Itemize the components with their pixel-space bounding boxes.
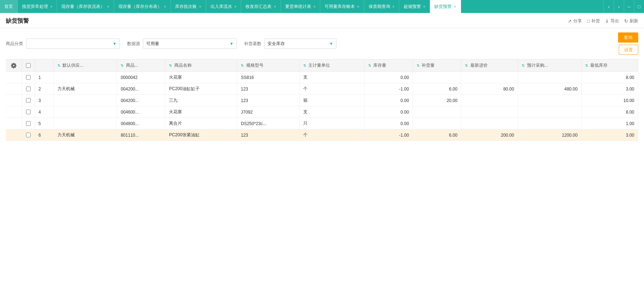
tab-inout-flow[interactable]: 出入库流水 × [206,0,241,13]
name-sort-icon[interactable]: ⇅ [169,63,172,67]
row-replenish-cell: 6.00 [413,129,461,141]
export-button[interactable]: ⇓ 导出 [605,18,619,24]
category-chevron-icon: ▼ [113,41,117,46]
row-est-purchase-cell [518,118,582,129]
tab-overstock-close[interactable]: × [423,4,425,9]
filter-actions: 查询 设置 [618,32,638,55]
row-min-stock-cell: 3.00 [581,129,638,141]
tab-expiry[interactable]: 保质期查询 × [364,0,399,13]
tab-summary-label: 收发存汇总表 [245,4,271,10]
row-replenish-cell [413,106,461,118]
tab-order-stats[interactable]: 要货单统计表 × [281,0,320,13]
category-select[interactable]: ▼ [26,39,120,49]
category-label: 商品分类 [6,41,23,47]
tab-maximize-button[interactable]: □ [634,0,644,13]
price-sort-icon[interactable]: ⇅ [465,63,468,67]
tab-next-button[interactable]: › [614,0,624,13]
replenish-base-value: 安全库存 [267,41,285,47]
tab-expiry-close[interactable]: × [392,4,395,9]
row-supplier-cell: 力天机械 [53,83,117,95]
tab-batch-label: 库存批次账 [175,4,197,10]
tab-overstock[interactable]: 超储预警 × [399,0,430,13]
row-gear-cell [6,95,22,106]
row-checkbox[interactable] [26,98,31,103]
tab-shortage[interactable]: 缺货预警 × [430,0,461,13]
row-gear-cell [6,106,22,118]
replenish-sort-icon[interactable]: ⇅ [417,63,419,67]
row-checkbox[interactable] [26,110,31,114]
replenish-base-chevron-icon: ▼ [329,41,333,46]
replenish-base-select[interactable]: 安全库存 ▼ [264,39,336,49]
refresh-button[interactable]: ↻ 刷新 [624,18,638,24]
tab-inventory-status[interactable]: 现存量（库存状况表） × [57,0,114,13]
row-supplier-cell [53,106,117,118]
supplier-sort-icon[interactable]: ⇅ [57,63,60,67]
row-spec-cell: 123 [237,129,300,141]
table-header-row: ⇅ 默认供应... ⇅ 商品... ⇅ 商品名称 ⇅ 规格型号 [6,59,638,72]
tab-pick-exception[interactable]: 拣货异常处理 × [18,0,57,13]
tab-inventory-dist[interactable]: 现存量（库存分布表） × [114,0,171,13]
tab-batch-account[interactable]: 库存批次账 × [171,0,206,13]
row-checkbox-cell [22,118,35,129]
col-name-header: ⇅ 商品名称 [165,59,237,72]
row-checkbox-cell [22,129,35,141]
row-checkbox[interactable] [26,75,31,80]
replenish-base-group: 补货基数 安全库存 ▼ [244,39,336,49]
stock-sort-icon[interactable]: ⇅ [368,63,371,67]
row-num-cell: 6 [35,129,53,141]
settings-button[interactable]: 设置 [619,45,638,55]
row-unit-cell: 只 [299,118,364,129]
est-purchase-sort-icon[interactable]: ⇅ [522,63,525,67]
code-sort-icon[interactable]: ⇅ [121,63,123,67]
page-title: 缺货预警 [6,17,29,25]
share-button[interactable]: ➚ 分享 [568,18,582,24]
row-checkbox[interactable] [26,121,31,126]
row-code-cell: 004200... [117,83,165,95]
row-checkbox-cell [22,83,35,95]
row-spec-cell: 123 [237,83,300,95]
row-checkbox[interactable] [26,133,31,137]
row-num-cell: 2 [35,83,53,95]
tab-flow-label: 出入库流水 [210,4,232,10]
row-gear-cell [6,83,22,95]
min-stock-sort-icon[interactable]: ⇅ [585,63,588,67]
row-spec-cell: 123 [237,95,300,106]
unit-sort-icon[interactable]: ⇅ [303,63,306,67]
page-header: 缺货预警 ➚ 分享 □ 补货 ⇓ 导出 ↻ 刷新 [0,13,644,28]
tab-home[interactable]: 首页 [0,0,18,13]
table-container: ⇅ 默认供应... ⇅ 商品... ⇅ 商品名称 ⇅ 规格型号 [0,59,644,141]
tab-pick-close[interactable]: × [50,4,52,9]
tab-available-ledger[interactable]: 可用量库存账本 × [320,0,364,13]
datasource-select[interactable]: 可用量 ▼ [143,39,237,49]
gear-header-icon[interactable] [11,63,17,69]
tab-shortage-label: 缺货预警 [434,4,452,10]
replenish-button[interactable]: □ 补货 [587,18,600,24]
row-num-cell: 3 [35,95,53,106]
row-replenish-cell: 20.00 [413,95,461,106]
select-all-checkbox[interactable] [26,63,31,68]
tab-summary[interactable]: 收发存汇总表 × [241,0,280,13]
row-min-stock-cell: 8.00 [581,106,638,118]
tab-inv-dist-label: 现存量（库存分布表） [118,4,162,10]
col-checkbox-header [22,59,35,72]
tab-minimize-button[interactable]: – [624,0,634,13]
spec-sort-icon[interactable]: ⇅ [241,63,244,67]
tab-batch-close[interactable]: × [199,4,201,9]
tab-inv-dist-close[interactable]: × [164,4,166,9]
tab-inv-status-close[interactable]: × [107,4,109,9]
row-checkbox[interactable] [26,87,31,91]
row-unit-cell: 个 [299,83,364,95]
tab-summary-close[interactable]: × [274,4,276,9]
row-stock-cell: 0.00 [364,72,413,83]
row-gear-cell [6,72,22,83]
tab-order-close[interactable]: × [313,4,316,9]
tab-avail-close[interactable]: × [357,4,359,9]
col-est-purchase-header: ⇅ 预计采购... [518,59,582,72]
table-row: 4 004600... 火花塞 J7092 支 0.00 8.00 [6,106,638,118]
tab-prev-button[interactable]: ‹ [604,0,614,13]
tab-shortage-close[interactable]: × [454,4,456,9]
row-name-cell: PC200油缸缸子 [165,83,237,95]
tab-flow-close[interactable]: × [234,4,236,9]
query-button[interactable]: 查询 [618,32,638,43]
row-name-cell: 火花塞 [165,106,237,118]
